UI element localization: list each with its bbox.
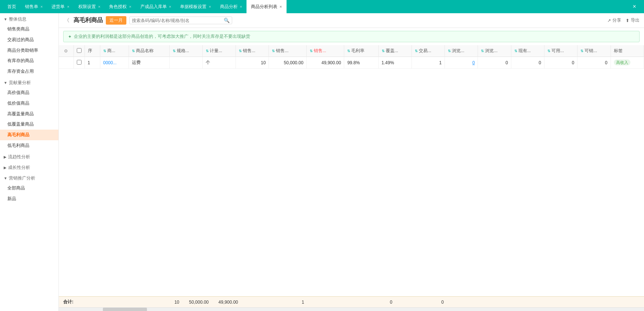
nav-tab-home[interactable]: 首页 (3, 0, 21, 13)
col-stock-sale[interactable]: ⇅可销... (578, 45, 611, 57)
search-icon[interactable]: 🔍 (224, 18, 230, 23)
sidebar-group-marketing-label: 营销推广分析 (9, 175, 35, 181)
sidebar-group-growth-arrow: ▶ (4, 166, 7, 170)
row-trade: 1 (411, 57, 445, 69)
col-coverage[interactable]: ⇅覆盖... (378, 45, 411, 57)
nav-tab-permissions[interactable]: 权限设置 × (74, 0, 105, 13)
nav-tab-roles[interactable]: 角色授权 × (105, 0, 136, 13)
nav-tab-analysis[interactable]: 商品分析 × (216, 0, 247, 13)
main-layout: ▼ 整体信息 销售类商品 交易过的商品 商品分类助销率 有库存的商品 库存资金占… (0, 13, 644, 311)
nav-tab-analysis-list-label: 商品分析列表 (251, 4, 277, 10)
collapse-sidebar-button[interactable]: 《 (63, 17, 71, 24)
sidebar-item-high-coverage[interactable]: 高覆盖量商品 (0, 109, 58, 119)
col-stock-available[interactable]: ⇅可用... (544, 45, 577, 57)
sidebar-group-contribution[interactable]: ▼ 贡献量分析 (0, 77, 58, 87)
sidebar-group-overall[interactable]: ▼ 整体信息 (0, 13, 58, 24)
row-coverage: 1.49% (378, 57, 411, 69)
header-actions: ↗ 分享 ⬆ 导出 (607, 17, 640, 23)
col-gross-margin[interactable]: ⇅毛利率 (344, 45, 378, 57)
nav-tab-purchase-close[interactable]: × (67, 4, 69, 9)
nav-tab-home-label: 首页 (7, 4, 16, 10)
col-sales-qty[interactable]: ⇅销售... (236, 45, 269, 57)
col-sales-profit[interactable]: ⇅销售... (306, 45, 344, 57)
footer-stock-current: 0 (367, 300, 397, 305)
sidebar-item-low-coverage[interactable]: 低覆盖量商品 (0, 119, 58, 130)
bottom-scrollbar[interactable] (59, 307, 644, 311)
sidebar-item-high-margin[interactable]: 高毛利商品 (0, 130, 58, 140)
window-close-button[interactable]: × (628, 0, 641, 13)
row-tag: 高收入 (611, 57, 644, 69)
nav-tab-warehouse[interactable]: 产成品入库单 × (136, 0, 176, 13)
nav-tab-analysis-list[interactable]: 商品分析列表 × (247, 0, 286, 13)
top-nav: 首页 销售单 × 进货单 × 权限设置 × 角色授权 × 产成品入库单 × 单据… (0, 0, 644, 13)
content-area: 《 高毛利商品 近一月 🔍 ↗ 分享 ⬆ 导出 ✦ 企业的主要的利润都是这部 (59, 13, 644, 311)
export-button[interactable]: ⬆ 导出 (626, 17, 640, 23)
nav-tab-analysis-list-close[interactable]: × (280, 4, 282, 9)
row-sales-profit: 49,900.00 (306, 57, 344, 69)
sidebar-item-new-goods[interactable]: 新品 (0, 194, 58, 204)
footer-stock-sale: 0 (419, 300, 448, 305)
nav-tab-template-close[interactable]: × (209, 4, 211, 9)
sidebar-item-stock-capital[interactable]: 库存资金占用 (0, 66, 58, 77)
nav-tab-template[interactable]: 单据模板设置 × (176, 0, 215, 13)
share-button[interactable]: ↗ 分享 (607, 17, 621, 23)
nav-tab-permissions-close[interactable]: × (98, 4, 100, 9)
sidebar-item-low-value[interactable]: 低价值商品 (0, 98, 58, 109)
select-all-checkbox[interactable] (77, 48, 82, 53)
footer-spacer3 (309, 300, 338, 305)
sidebar-item-low-margin[interactable]: 低毛利商品 (0, 140, 58, 151)
table-footer: 合计: 10 50,000.00 49,900.00 1 0 0 (59, 296, 644, 307)
sidebar-item-sales-goods[interactable]: 销售类商品 (0, 24, 58, 35)
sidebar-group-overall-label: 整体信息 (9, 16, 26, 22)
col-unit[interactable]: ⇅计量... (202, 45, 235, 57)
row-code[interactable]: 0000... (100, 57, 129, 69)
sidebar-item-high-value[interactable]: 高价值商品 (0, 87, 58, 98)
nav-tab-warehouse-close[interactable]: × (169, 4, 171, 9)
col-spec[interactable]: ⇅规格... (169, 45, 202, 57)
sidebar-group-trend[interactable]: ▶ 流趋性分析 (0, 151, 58, 162)
row-checkbox-cell[interactable] (73, 57, 84, 69)
sidebar: ▼ 整体信息 销售类商品 交易过的商品 商品分类助销率 有库存的商品 库存资金占… (0, 13, 59, 311)
footer-spacer5 (397, 300, 419, 305)
col-gear[interactable]: ⚙ (59, 45, 73, 57)
sidebar-item-in-stock[interactable]: 有库存的商品 (0, 55, 58, 66)
sidebar-item-category-rate[interactable]: 商品分类助销率 (0, 45, 58, 56)
bottom-scroll-thumb[interactable] (103, 308, 147, 311)
footer-spacer4 (338, 300, 367, 305)
sidebar-group-growth[interactable]: ▶ 成长性分析 (0, 162, 58, 172)
col-sales-amount[interactable]: ⇅销售... (269, 45, 306, 57)
sidebar-group-contribution-arrow: ▼ (4, 81, 7, 85)
nav-tab-sales-close[interactable]: × (40, 4, 43, 9)
sidebar-item-all-goods[interactable]: 全部商品 (0, 183, 58, 194)
col-code[interactable]: ⇅商... (100, 45, 129, 57)
nav-tab-sales[interactable]: 销售单 × (21, 0, 47, 13)
nav-tab-template-label: 单据模板设置 (180, 4, 206, 10)
export-label: 导出 (631, 17, 640, 23)
col-browse2[interactable]: ⇅浏览... (478, 45, 511, 57)
footer-label: 合计: (63, 299, 73, 305)
sidebar-group-marketing[interactable]: ▼ 营销推广分析 (0, 172, 58, 183)
table-header-row: ⚙ 序 ⇅商... ⇅商品名称 ⇅规格... ⇅计量... ⇅销售... ⇅销售… (59, 45, 644, 57)
col-trade[interactable]: ⇅交易... (411, 45, 445, 57)
table-wrapper[interactable]: ⚙ 序 ⇅商... ⇅商品名称 ⇅规格... ⇅计量... ⇅销售... ⇅销售… (59, 45, 644, 296)
nav-tab-analysis-close[interactable]: × (240, 4, 242, 9)
row-checkbox[interactable] (77, 60, 82, 65)
col-checkbox[interactable] (73, 45, 84, 57)
col-browse1[interactable]: ⇅浏览... (445, 45, 478, 57)
col-name[interactable]: ⇅商品名称 (129, 45, 169, 57)
sidebar-group-overall-arrow: ▼ (4, 17, 7, 21)
row-browse1[interactable]: 0 (445, 57, 478, 69)
col-stock-current[interactable]: ⇅现有... (511, 45, 544, 57)
share-icon: ↗ (607, 18, 611, 23)
sidebar-item-traded-goods[interactable]: 交易过的商品 (0, 35, 58, 45)
footer-trade: 1 (279, 300, 309, 305)
search-input[interactable] (132, 18, 224, 23)
nav-tab-purchase[interactable]: 进货单 × (47, 0, 73, 13)
sidebar-group-marketing-arrow: ▼ (4, 176, 7, 180)
sidebar-group-contribution-label: 贡献量分析 (9, 80, 31, 86)
row-seq: 1 (84, 57, 100, 69)
filter-recent-month-button[interactable]: 近一月 (106, 16, 126, 25)
row-gear (59, 57, 73, 69)
nav-tab-roles-close[interactable]: × (129, 4, 131, 9)
row-browse2: 0 (478, 57, 511, 69)
